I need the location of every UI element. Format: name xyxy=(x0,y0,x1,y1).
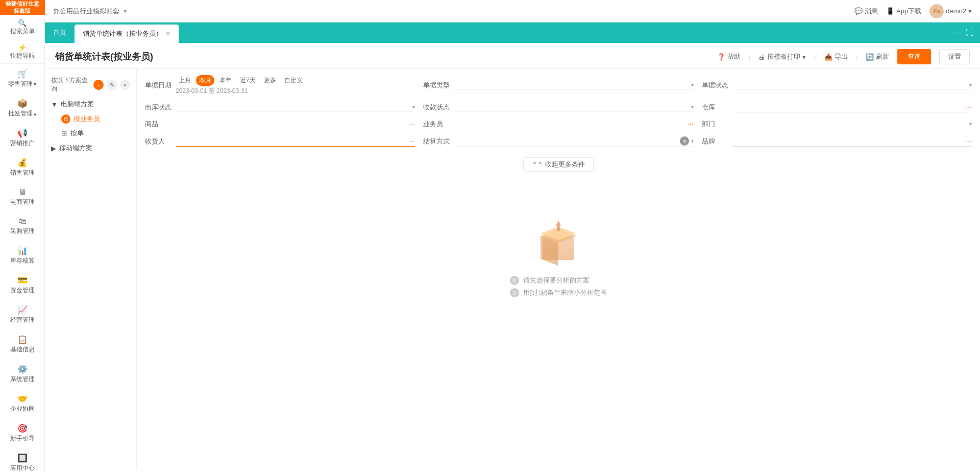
enterprise-icon: 🤝 xyxy=(17,394,28,404)
edit-scheme-btn[interactable]: ✎ xyxy=(107,80,117,90)
inventory-icon: 📊 xyxy=(17,246,28,255)
tab-close-icon[interactable]: ✕ xyxy=(165,30,170,37)
tab-home[interactable]: 首页 xyxy=(45,22,75,43)
tree-sub-item-salesperson[interactable]: 按 按业务员 xyxy=(45,112,136,126)
date-tab-last-month[interactable]: 上月 xyxy=(176,75,194,86)
out-status-input-wrapper[interactable]: ▾ xyxy=(176,103,415,111)
tip-num-2: ② xyxy=(510,288,519,297)
sidebar-item-inventory[interactable]: 📊 库存核算 xyxy=(0,241,44,270)
refresh-btn[interactable]: 🔄 刷新 xyxy=(866,52,889,61)
filter-settlement: 结算方式 ✕ ▾ xyxy=(423,135,693,147)
filter-consignee: 收货人 ··· xyxy=(145,135,415,147)
sidebar-item-marketing[interactable]: 📢 营销推广 xyxy=(0,123,44,153)
right-content: 单据日期 上月 本月 本年 近7天 更多 自定义 xyxy=(137,69,980,469)
doc-type-dropdown-icon: ▾ xyxy=(691,82,694,88)
add-scheme-btn[interactable]: ＋ xyxy=(93,80,104,90)
salesperson-input-wrapper[interactable]: ··· xyxy=(454,119,693,129)
help-btn[interactable]: ❓ 帮助 xyxy=(717,52,741,61)
collapse-row: ⌃⌃ 收起更多条件 xyxy=(145,153,972,176)
marketing-icon: 📢 xyxy=(17,128,28,138)
department-input-wrapper[interactable]: ▾ xyxy=(732,120,972,128)
warehouse-input-wrapper[interactable]: ··· xyxy=(732,102,972,112)
settlement-dropdown-icon: ▾ xyxy=(691,138,694,144)
sidebar-item-retail[interactable]: 🛒 零售管理 ▾ xyxy=(0,64,44,93)
collapse-panel-btn[interactable]: « xyxy=(120,80,130,90)
tab-bar: 首页 销货单统计表（按业务员） ✕ — ⛶ xyxy=(45,22,980,43)
settlement-value xyxy=(454,140,679,142)
filter-grid: 单据日期 上月 本月 本年 近7天 更多 自定义 xyxy=(145,75,972,176)
department-label: 部门 xyxy=(702,120,728,129)
system-icon: ⚙️ xyxy=(17,364,28,374)
sidebar-item-system[interactable]: ⚙️ 系统管理 xyxy=(0,359,44,389)
tip-num-1: ① xyxy=(510,276,519,285)
sidebar-item-basic[interactable]: 📋 基础信息 xyxy=(0,329,44,359)
message-btn[interactable]: 💬 消息 xyxy=(854,7,878,16)
sidebar-item-enterprise[interactable]: 🤝 企业协同 xyxy=(0,389,44,418)
sidebar-item-operation[interactable]: 📈 经营管理 xyxy=(0,300,44,329)
export-btn[interactable]: 📤 导出 xyxy=(824,52,848,61)
avatar: Ea xyxy=(929,4,944,18)
header-actions: 💬 消息 📱 App下载 Ea demo2 ▾ xyxy=(854,4,972,18)
warehouse-dots[interactable]: ··· xyxy=(966,103,972,111)
breadcrumb-dropdown-icon[interactable]: ▾ xyxy=(124,7,127,15)
goods-input-wrapper[interactable]: ··· xyxy=(176,119,415,129)
user-menu[interactable]: Ea demo2 ▾ xyxy=(929,4,972,18)
print-btn[interactable]: 🖨 按模板打印 ▾ xyxy=(758,52,806,61)
filter-warehouse: 仓库 ··· xyxy=(702,102,972,112)
doc-type-label: 单据类型 xyxy=(423,81,450,90)
sidebar-item-finance[interactable]: 💳 资金管理 xyxy=(0,270,44,300)
sidebar-item-newuser[interactable]: 🎯 新手引导 xyxy=(0,418,44,448)
brand-input-wrapper[interactable]: ··· xyxy=(732,136,972,147)
collapse-arrow-icon: ⌃⌃ xyxy=(532,161,543,169)
help-icon: ❓ xyxy=(717,53,725,61)
settlement-clear-btn[interactable]: ✕ xyxy=(680,136,689,146)
wholesale-icon: 📦 xyxy=(17,99,28,108)
tree-item-pc[interactable]: ▼ 电脑端方案 xyxy=(45,97,136,112)
page-header-right: ❓ 帮助 | 🖨 按模板打印 ▾ | 📤 导出 | xyxy=(717,49,970,64)
sidebar-item-sales[interactable]: 💰 销售管理 xyxy=(0,153,44,182)
date-range-text: 2023-03-01 至 2023-03-31 xyxy=(176,87,415,96)
date-tab-more[interactable]: 更多 xyxy=(261,75,279,86)
sidebar: 畅捷信好生意 标账版 🔍 搜索菜单 ⚡ 快捷导航 🛒 零售管理 ▾ 📦 批发管理… xyxy=(0,0,45,472)
settlement-input-wrapper[interactable]: ✕ ▾ xyxy=(454,135,693,147)
quick-nav[interactable]: ⚡ 快捷导航 xyxy=(0,40,44,64)
appstore-icon: 🔲 xyxy=(17,453,28,463)
date-tabs: 上月 本月 本年 近7天 更多 自定义 xyxy=(176,75,415,86)
date-tab-last7[interactable]: 近7天 xyxy=(237,75,259,86)
date-tab-custom[interactable]: 自定义 xyxy=(281,75,306,86)
out-status-value xyxy=(176,106,412,108)
download-icon: 📱 xyxy=(886,7,894,15)
collapse-btn[interactable]: ⌃⌃ 收起更多条件 xyxy=(523,157,594,172)
breadcrumb-text: 办公用品行业模拟账套 xyxy=(53,7,119,16)
salesperson-dots[interactable]: ··· xyxy=(688,120,694,128)
tab-expand-icon[interactable]: ⛶ xyxy=(966,28,974,37)
brand-value xyxy=(732,140,966,142)
date-tab-this-month[interactable]: 本月 xyxy=(196,75,214,86)
tree-item-mobile[interactable]: ▶ 移动端方案 xyxy=(45,140,136,156)
goods-dots[interactable]: ··· xyxy=(409,120,415,128)
doc-status-input-wrapper[interactable]: ▾ xyxy=(732,81,972,89)
settlement-label: 结算方式 xyxy=(423,137,450,146)
filter-department: 部门 ▾ xyxy=(702,119,972,129)
pay-status-input-wrapper[interactable]: ▾ xyxy=(454,103,693,111)
consignee-input-wrapper[interactable]: ··· xyxy=(176,136,415,147)
sidebar-item-wholesale[interactable]: 📦 批发管理 ▴ xyxy=(0,93,44,123)
doc-type-input-wrapper[interactable]: ▾ xyxy=(454,81,693,89)
consignee-dots[interactable]: ··· xyxy=(409,137,415,145)
search-menu[interactable]: 🔍 搜索菜单 xyxy=(0,15,44,40)
brand-dots[interactable]: ··· xyxy=(966,137,972,145)
sidebar-item-purchase[interactable]: 🛍 采购管理 xyxy=(0,211,44,241)
date-tab-this-year[interactable]: 本年 xyxy=(216,75,235,86)
tree-sub-item-order[interactable]: ⊞ 按单 xyxy=(45,126,136,140)
tab-minimize-icon[interactable]: — xyxy=(953,28,962,37)
sidebar-item-appstore[interactable]: 🔲 应用中心 xyxy=(0,448,44,472)
app-download-btn[interactable]: 📱 App下载 xyxy=(886,7,921,16)
query-button[interactable]: 查询 xyxy=(897,49,931,64)
sidebar-item-ecommerce[interactable]: 🖥 电商管理 xyxy=(0,182,44,211)
tab-sales-report[interactable]: 销货单统计表（按业务员） ✕ xyxy=(75,25,179,43)
basic-icon: 📋 xyxy=(17,335,28,344)
out-status-label: 出库状态 xyxy=(145,103,172,112)
date-label: 单据日期 xyxy=(145,81,172,90)
set-button[interactable]: 设置 xyxy=(939,49,970,64)
doc-type-value xyxy=(454,84,691,86)
